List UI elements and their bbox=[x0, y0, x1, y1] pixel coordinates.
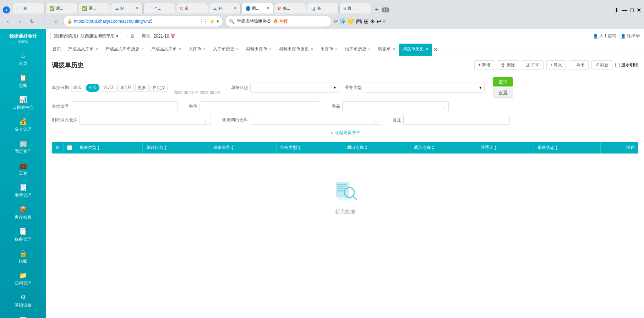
biztype-select[interactable]: ▾ bbox=[364, 83, 485, 93]
sort-arrows-date[interactable]: ▲▼ bbox=[164, 145, 167, 151]
sidebar-item-closing[interactable]: 🔒 结账 bbox=[0, 246, 46, 268]
tab-close-mat-out[interactable]: ✕ bbox=[269, 47, 272, 51]
period-value[interactable]: 2021-10 📅 bbox=[153, 34, 176, 39]
sort-arrows-no[interactable]: ▲▼ bbox=[231, 145, 234, 151]
new-btn[interactable]: + 新增 bbox=[474, 60, 494, 70]
delete-btn[interactable]: 🗑 删除 bbox=[497, 60, 519, 70]
query-btn[interactable]: 查询 bbox=[493, 77, 513, 87]
forward-btn[interactable]: › bbox=[15, 16, 25, 26]
dropdown-icon[interactable]: ▾ bbox=[217, 18, 219, 24]
downloads-icon[interactable]: ⬇ bbox=[614, 7, 619, 13]
sidebar-item-capital[interactable]: 💰 资金管理 bbox=[0, 114, 46, 136]
sort-arrows-out-wh[interactable]: ▲▼ bbox=[365, 145, 367, 151]
th-date[interactable]: 单账日期 ▲▼ bbox=[142, 142, 209, 154]
remark-input[interactable] bbox=[200, 101, 320, 111]
user-avatar[interactable]: 👤 徐泽华 bbox=[621, 33, 640, 39]
date-btn-custom[interactable]: 自定义 bbox=[150, 84, 168, 92]
home-btn[interactable]: ⌂ bbox=[39, 16, 49, 26]
tab-out-order[interactable]: 出库单 ✕ bbox=[317, 44, 342, 56]
date-btn-7days[interactable]: 近7天 bbox=[101, 84, 117, 92]
sidebar-item-home[interactable]: ⌂ 首页 bbox=[0, 49, 46, 70]
new-tab-btn[interactable]: + bbox=[375, 6, 379, 13]
browser-tab-7[interactable]: ☁ 好... ✕ bbox=[209, 3, 241, 13]
service-btn[interactable]: 👤 人工咨询 bbox=[593, 33, 616, 39]
sidebar-item-ledger[interactable]: 📋 总账 bbox=[0, 70, 46, 92]
browser-tab-2[interactable]: ✅ 新... bbox=[45, 3, 77, 13]
sidebar-item-archive[interactable]: 📁 归档管理 bbox=[0, 268, 46, 290]
close-all-tabs-btn[interactable]: ✕ bbox=[433, 47, 438, 52]
tab-close-in-hist[interactable]: ✕ bbox=[236, 47, 239, 51]
detail-out-selector[interactable]: ... bbox=[250, 115, 381, 125]
th-out-wh[interactable]: 调出仓库 ▲▼ bbox=[343, 142, 410, 154]
scissors-icon[interactable]: ✂ bbox=[334, 18, 338, 25]
remark2-input[interactable] bbox=[403, 115, 510, 125]
tab-mat-out[interactable]: 材料出库单 ✕ bbox=[242, 44, 275, 56]
th-check[interactable] bbox=[63, 142, 76, 154]
goods-dots-icon[interactable]: ... bbox=[441, 104, 446, 109]
show-columns-label[interactable]: 显示明细 bbox=[615, 62, 638, 68]
tab-transfer[interactable]: 调拨单 ✕ bbox=[375, 44, 399, 56]
tab-prod-in2[interactable]: 产成品入库单 ✕ bbox=[148, 44, 185, 56]
th-in-wh[interactable]: 调入仓库 ▲▼ bbox=[410, 142, 477, 154]
address-input[interactable] bbox=[74, 19, 199, 24]
wallet-icon[interactable]: 💛 bbox=[347, 18, 354, 25]
tab-close-prod-in-hist[interactable]: ✕ bbox=[141, 47, 144, 51]
browser-tab-10[interactable]: 📊 各... bbox=[307, 3, 339, 13]
detail-in-selector[interactable]: ... bbox=[80, 115, 211, 125]
th-status[interactable]: 单账状态 ▲▼ bbox=[534, 142, 600, 154]
tab-close-in-order[interactable]: ✕ bbox=[203, 47, 206, 51]
tab-close-8[interactable]: ✕ bbox=[265, 6, 269, 11]
th-gear[interactable]: ⚙ bbox=[52, 142, 63, 154]
sidebar-item-inventory[interactable]: 📦 库存核算 bbox=[0, 202, 46, 224]
bookmark-btn[interactable]: ☆ bbox=[51, 16, 61, 26]
export-btn[interactable]: ↓ 导出 bbox=[569, 60, 588, 70]
tab-count-badge[interactable]: 12 bbox=[382, 7, 389, 12]
sort-arrows-handler[interactable]: ▲▼ bbox=[494, 145, 497, 151]
settings-gear-icon[interactable]: ⚙ bbox=[130, 33, 135, 39]
game-icon[interactable]: 🎮 bbox=[355, 18, 362, 25]
undo-icon[interactable]: ↩ bbox=[376, 18, 381, 25]
browser-tab-8[interactable]: 🔵 腾... ✕ bbox=[241, 3, 273, 13]
browser-tab-11[interactable]: S 目... bbox=[339, 3, 371, 13]
th-handler[interactable]: 经手人 ▲▼ bbox=[477, 142, 534, 154]
minimize-btn[interactable]: — bbox=[622, 7, 627, 13]
close-btn[interactable]: ✕ bbox=[637, 7, 641, 13]
tab-close-mat-out-hist[interactable]: ✕ bbox=[310, 47, 313, 51]
tab-close-out-hist[interactable]: ✕ bbox=[368, 47, 371, 51]
browser-tab-9[interactable]: M 畅... bbox=[274, 3, 306, 13]
theme-icon[interactable]: ☀ bbox=[370, 18, 375, 25]
sort-arrows-biz[interactable]: ▲▼ bbox=[298, 145, 301, 151]
menu-icon[interactable]: ≡ bbox=[382, 18, 386, 24]
back-btn[interactable]: ‹ bbox=[3, 16, 13, 26]
tab-out-hist[interactable]: 出库单历史 ✕ bbox=[342, 44, 375, 56]
sort-arrows-in-wh[interactable]: ▲▼ bbox=[432, 145, 435, 151]
tab-home[interactable]: 首页 bbox=[49, 44, 65, 56]
settings-query-btn[interactable]: 设置 bbox=[493, 88, 513, 98]
import-btn[interactable]: ↑ 导入 bbox=[546, 60, 566, 70]
tab-in-order[interactable]: 入库单 ✕ bbox=[185, 44, 209, 56]
tab-transfer-hist[interactable]: 调拨单历史 ✕ bbox=[399, 44, 432, 56]
tab-close-7[interactable]: ✕ bbox=[232, 6, 237, 11]
sort-arrows-type[interactable]: ▲▼ bbox=[97, 145, 100, 151]
detail-out-dots-icon[interactable]: ... bbox=[374, 117, 378, 123]
status-select[interactable]: ▾ bbox=[250, 83, 339, 93]
grid-icon[interactable]: ⊞ bbox=[364, 18, 369, 25]
print-btn[interactable]: 🖨 打印 bbox=[522, 60, 544, 70]
sidebar-logo[interactable]: 畅捷通好会计 旗舰版 bbox=[0, 29, 46, 49]
browser-tab-4[interactable]: ☁ 好... ✕ bbox=[111, 3, 143, 13]
share-icon[interactable]: ⋮⋮ bbox=[199, 19, 208, 24]
sidebar-item-invoice[interactable]: 🧾 发票管理 bbox=[0, 180, 46, 202]
date-btn-today[interactable]: 今天 bbox=[86, 84, 99, 92]
tab-close-prod-in2[interactable]: ✕ bbox=[178, 47, 181, 51]
tab-close-transfer-hist[interactable]: ✕ bbox=[425, 47, 429, 51]
th-biz[interactable]: 业务类型 ▲▼ bbox=[276, 142, 343, 154]
browser-tab-3[interactable]: ✅ 易... bbox=[78, 3, 110, 13]
th-type[interactable]: 单账类型 ▲▼ bbox=[76, 142, 142, 154]
goods-selector[interactable]: ... bbox=[342, 101, 449, 111]
maximize-btn[interactable]: □ bbox=[630, 7, 634, 13]
show-columns-checkbox[interactable] bbox=[615, 63, 620, 67]
refresh-btn-page[interactable]: ↺ 刷新 bbox=[591, 60, 612, 70]
refresh-btn[interactable]: ↻ bbox=[27, 16, 37, 26]
date-btn-1month[interactable]: 近1月 bbox=[118, 84, 134, 92]
tab-prod-in-hist[interactable]: 产成品入库单历史 ✕ bbox=[102, 44, 148, 56]
